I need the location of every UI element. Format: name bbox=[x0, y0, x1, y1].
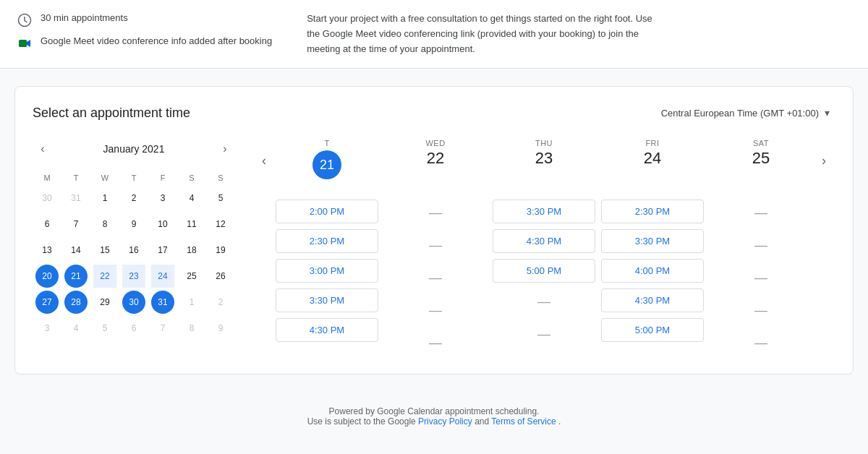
calendar-day[interactable]: 19 bbox=[206, 237, 235, 263]
time-slot-button[interactable]: 4:30 PM bbox=[493, 229, 595, 253]
time-slot-dash: — bbox=[493, 288, 595, 315]
time-slot-button[interactable]: 3:30 PM bbox=[276, 288, 378, 312]
timezone-selector[interactable]: Central European Time (GMT +01:00) ▾ bbox=[655, 104, 835, 121]
calendar-day[interactable]: 5 bbox=[206, 185, 235, 211]
calendar-day[interactable]: 17 bbox=[148, 237, 177, 263]
calendar-day[interactable]: 13 bbox=[33, 237, 61, 263]
duration-item: 30 min appointments bbox=[17, 12, 272, 27]
calendar-day[interactable]: 14 bbox=[61, 237, 90, 263]
timezone-label: Central European Time (GMT +01:00) bbox=[661, 108, 819, 119]
time-slot-button[interactable]: 4:00 PM bbox=[601, 259, 704, 283]
calendar-day[interactable]: 1 bbox=[177, 289, 206, 315]
day-label: SAT bbox=[710, 139, 812, 147]
calendar-day[interactable]: 27 bbox=[33, 289, 61, 315]
calendar-day[interactable]: 22 bbox=[90, 263, 119, 289]
calendar-day[interactable]: 15 bbox=[90, 237, 119, 263]
tos-link[interactable]: Terms of Service bbox=[491, 416, 556, 427]
privacy-policy-link[interactable]: Privacy Policy bbox=[418, 416, 472, 427]
time-slot-button[interactable]: 4:30 PM bbox=[601, 288, 704, 312]
calendar-day[interactable]: 2 bbox=[206, 289, 235, 315]
slot-column-22: ————— bbox=[384, 200, 487, 356]
time-slot-button[interactable]: 2:00 PM bbox=[276, 200, 378, 223]
calendar-day[interactable]: 1 bbox=[90, 185, 119, 211]
calendar-day[interactable]: 8 bbox=[90, 211, 119, 237]
calendar-day[interactable]: 28 bbox=[61, 289, 90, 315]
calendar-day[interactable]: 9 bbox=[119, 211, 148, 237]
time-slot-button[interactable]: 2:30 PM bbox=[276, 229, 378, 253]
day-label: FRI bbox=[601, 139, 704, 147]
calendar-day[interactable]: 16 bbox=[119, 237, 148, 263]
time-slot-button[interactable]: 5:00 PM bbox=[601, 318, 704, 342]
calendar-prev-button[interactable]: ‹ bbox=[33, 139, 53, 159]
calendar-day[interactable]: 18 bbox=[177, 237, 206, 263]
calendar-header: ‹ January 2021 › bbox=[33, 139, 235, 159]
calendar-day[interactable]: 23 bbox=[119, 263, 148, 289]
calendar-day[interactable]: 7 bbox=[148, 315, 177, 341]
time-slot-dash: — bbox=[384, 297, 487, 324]
day-column-header-21: T 21 bbox=[276, 139, 378, 182]
calendar-day[interactable]: 30 bbox=[33, 185, 61, 211]
calendar-day[interactable]: 3 bbox=[148, 185, 177, 211]
calendar-day[interactable]: 31 bbox=[61, 185, 90, 211]
calendar-next-button[interactable]: › bbox=[215, 139, 235, 159]
slots-section: ‹ T 21 WED 22 THU 23 FRI 24 SAT 25 › bbox=[252, 139, 835, 356]
slot-column-24: 2:30 PM3:30 PM4:00 PM4:30 PM5:00 PM bbox=[601, 200, 704, 356]
calendar-day[interactable]: 6 bbox=[33, 211, 61, 237]
day-number: 25 bbox=[710, 149, 812, 168]
calendar-day[interactable]: 8 bbox=[177, 315, 206, 341]
time-slot-button[interactable]: 3:30 PM bbox=[493, 200, 595, 223]
calendar-day[interactable]: 31 bbox=[148, 289, 177, 315]
time-slot-button[interactable]: 4:30 PM bbox=[276, 318, 378, 342]
calendar-day[interactable]: 9 bbox=[206, 315, 235, 341]
calendar-day[interactable]: 30 bbox=[119, 289, 148, 315]
calendar-day[interactable]: 6 bbox=[119, 315, 148, 341]
info-items: 30 min appointments Google Meet video co… bbox=[17, 12, 272, 56]
time-slot-dash: — bbox=[384, 330, 487, 356]
calendar-day[interactable]: 21 bbox=[61, 263, 90, 289]
calendar-day[interactable]: 7 bbox=[61, 211, 90, 237]
calendar-day[interactable]: 26 bbox=[206, 263, 235, 289]
time-slot-button[interactable]: 2:30 PM bbox=[601, 200, 704, 223]
section-title: Select an appointment time bbox=[33, 106, 190, 121]
calendar-day[interactable]: 12 bbox=[206, 211, 235, 237]
time-slot-dash: — bbox=[710, 297, 812, 324]
time-slot-dash: — bbox=[710, 265, 812, 291]
chevron-down-icon: ▾ bbox=[825, 107, 830, 119]
calendar-and-slots: ‹ January 2021 › MTWTFSS 303112345678910… bbox=[33, 139, 835, 356]
calendar-month: January 2021 bbox=[103, 143, 165, 155]
time-slot-button[interactable]: 5:00 PM bbox=[493, 259, 595, 283]
and-label: and bbox=[475, 416, 489, 427]
slot-column-25: ————— bbox=[710, 200, 812, 356]
svg-rect-1 bbox=[19, 40, 27, 47]
calendar-day[interactable]: 4 bbox=[177, 185, 206, 211]
time-slot-button[interactable]: 3:30 PM bbox=[601, 229, 704, 253]
day-number: 24 bbox=[601, 149, 704, 168]
day-columns-header: T 21 WED 22 THU 23 FRI 24 SAT 25 bbox=[276, 139, 812, 182]
period-label: . bbox=[558, 416, 561, 427]
day-column-header-25: SAT 25 bbox=[710, 139, 812, 182]
duration-text: 30 min appointments bbox=[41, 12, 128, 25]
calendar-day[interactable]: 29 bbox=[90, 289, 119, 315]
calendar-day[interactable]: 10 bbox=[148, 211, 177, 237]
day-label: T bbox=[276, 139, 378, 147]
slots-prev-button[interactable]: ‹ bbox=[252, 149, 276, 172]
calendar-day[interactable]: 5 bbox=[90, 315, 119, 341]
time-slot-button[interactable]: 3:00 PM bbox=[276, 259, 378, 283]
calendar-day[interactable]: 3 bbox=[33, 315, 61, 341]
description-text: Start your project with a free consultat… bbox=[307, 12, 654, 56]
day-label: WED bbox=[384, 139, 487, 147]
day-column-header-22: WED 22 bbox=[384, 139, 487, 182]
calendar-day[interactable]: 2 bbox=[119, 185, 148, 211]
calendar-day[interactable]: 11 bbox=[177, 211, 206, 237]
calendar-day[interactable]: 25 bbox=[177, 263, 206, 289]
time-slot-dash: — bbox=[384, 200, 487, 226]
day-column-header-24: FRI 24 bbox=[601, 139, 704, 182]
calendar-day[interactable]: 20 bbox=[33, 263, 61, 289]
calendar-day[interactable]: 4 bbox=[61, 315, 90, 341]
footer: Powered by Google Calendar appointment s… bbox=[0, 392, 868, 441]
slots-next-button[interactable]: › bbox=[812, 149, 835, 172]
powered-by-text: Powered by Google Calendar appointment s… bbox=[14, 406, 854, 416]
google-meet-icon bbox=[17, 36, 32, 51]
calendar-day[interactable]: 24 bbox=[148, 263, 177, 289]
today-circle: 21 bbox=[312, 150, 341, 179]
